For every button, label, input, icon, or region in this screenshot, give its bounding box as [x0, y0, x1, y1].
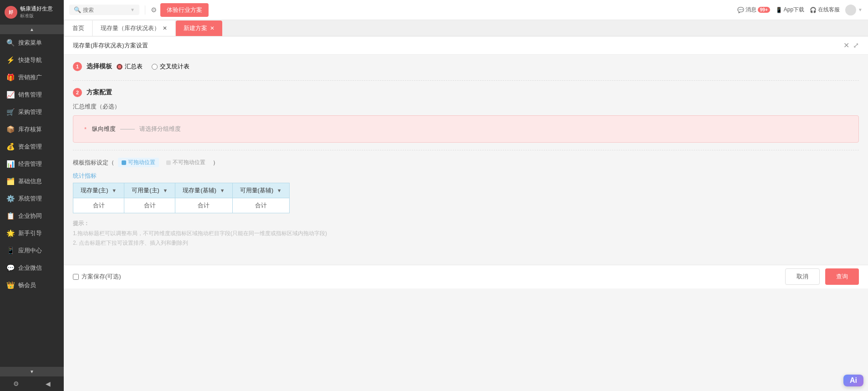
- movable-icon: [122, 160, 126, 165]
- marketing-icon: 🎁: [6, 73, 15, 82]
- indicator-label: 模板指标设定（ 可拖动位置 不可拖动位置 ）: [73, 158, 859, 167]
- system-icon: ⚙️: [6, 195, 15, 203]
- step2-section: 2 方案配置 汇总维度（必选） * 纵向维度 —— 请选择分组维度 模板指标设定…: [73, 88, 859, 248]
- table-col-1-header[interactable]: 现存量(主) ▼: [73, 183, 124, 198]
- quick-nav-icon: ⚡: [6, 56, 15, 64]
- topbar-gear-btn[interactable]: ⚙: [151, 6, 157, 14]
- table-col-2-header[interactable]: 可用量(主) ▼: [124, 183, 175, 198]
- user-name: ▼: [858, 7, 863, 12]
- topbar-msg[interactable]: 💬 消息 99+: [737, 6, 770, 14]
- user-avatar: [845, 5, 856, 15]
- sidebar-bottom: ⚙ ◀: [0, 376, 64, 391]
- sidebar-item-inventory[interactable]: 📦 库存核算: [0, 121, 64, 138]
- ai-badge[interactable]: Ai: [843, 375, 863, 386]
- tab-inventory[interactable]: 现存量（库存状况表） ✕: [93, 21, 175, 36]
- sidebar-item-quick-nav[interactable]: ⚡ 快捷导航: [0, 51, 64, 69]
- query-button[interactable]: 查询: [825, 268, 859, 285]
- radio-cross[interactable]: 交叉统计表: [152, 62, 189, 71]
- radio-cross-input[interactable]: [152, 64, 158, 70]
- topbar-app[interactable]: 📱 App下载: [776, 6, 804, 14]
- sidebar-item-label: 库存核算: [18, 125, 42, 134]
- sidebar-item-label: 新手引导: [18, 229, 42, 237]
- col2-dropdown[interactable]: ▼: [163, 188, 168, 193]
- sidebar-item-label: 基础信息: [18, 177, 42, 185]
- tab-inventory-close[interactable]: ✕: [163, 25, 167, 31]
- sidebar-item-marketing[interactable]: 🎁 营销推广: [0, 69, 64, 86]
- sidebar-nav: 🔍 搜索菜单 ⚡ 快捷导航 🎁 营销推广 📈 销售管理 🛒 采购管理 📦 库存核…: [0, 34, 64, 367]
- table-col-4-header[interactable]: 可用量(基辅) ▼: [232, 183, 289, 198]
- sidebar-item-purchase[interactable]: 🛒 采购管理: [0, 103, 64, 121]
- sidebar-item-vip[interactable]: 👑 畅会员: [0, 277, 64, 294]
- col3-label: 现存量(基辅): [183, 187, 216, 194]
- indicator-settings-label-text: 模板指标设定（: [73, 159, 114, 167]
- movable-label: 可拖动位置: [128, 159, 155, 166]
- industry-btn[interactable]: 体验行业方案: [160, 3, 209, 17]
- page-expand-btn[interactable]: ⤢: [853, 41, 859, 50]
- save-checkbox[interactable]: 方案保存(可选): [73, 273, 121, 281]
- newbie-icon: 🌟: [6, 229, 15, 237]
- col3-dropdown[interactable]: ▼: [220, 188, 225, 193]
- tab-home[interactable]: 首页: [65, 21, 92, 36]
- sidebar-item-label: 搜索菜单: [18, 39, 42, 47]
- dropdown-icon: ▼: [130, 7, 135, 12]
- sidebar-item-label: 系统管理: [18, 195, 42, 203]
- section-divider-2: [73, 150, 859, 150]
- col1-dropdown[interactable]: ▼: [112, 188, 117, 193]
- search-icon: 🔍: [6, 39, 15, 47]
- radio-cross-label: 交叉统计表: [160, 62, 189, 71]
- sidebar-collapse-btn[interactable]: ◀: [46, 380, 51, 387]
- content: 现存量(库存状况表)方案设置 ✕ ⤢ 1 选择模板 汇总表: [64, 36, 868, 391]
- tab-new-plan-label: 新建方案: [184, 24, 207, 32]
- sidebar-item-label: 应用中心: [18, 247, 42, 255]
- sidebar-item-finance[interactable]: 💰 资金管理: [0, 138, 64, 155]
- search-input[interactable]: [83, 7, 128, 13]
- sidebar-scroll-down[interactable]: ▼: [0, 367, 64, 376]
- sidebar-item-newbie[interactable]: 🌟 新手引导: [0, 225, 64, 242]
- fixed-icon: [166, 160, 171, 165]
- tab-inventory-label: 现存量（库存状况表）: [101, 24, 160, 32]
- topbar-user[interactable]: ▼: [845, 5, 863, 15]
- tabs-bar: 首页 现存量（库存状况表） ✕ 新建方案 ✕: [64, 20, 868, 36]
- page-close-btn[interactable]: ✕: [843, 41, 849, 50]
- table-row: 合计 合计 合计 合计: [73, 198, 290, 213]
- dim-box[interactable]: * 纵向维度 —— 请选择分组维度: [73, 115, 859, 143]
- tips: 提示： 1.拖动标题栏可以调整布局，不可跨维度或指标区域拖动栏目字段(只能在同一…: [73, 219, 859, 248]
- tab-new-plan[interactable]: 新建方案 ✕: [176, 21, 222, 36]
- inventory-icon: 📦: [6, 125, 15, 134]
- template-radio-group: 汇总表 交叉统计表: [117, 62, 189, 71]
- topbar-service[interactable]: 🎧 在线客服: [810, 6, 840, 14]
- operations-icon: 📊: [6, 160, 15, 168]
- indicator-settings-suffix: ）: [213, 159, 219, 167]
- stats-table: 现存量(主) ▼ 可用量(主) ▼ 现存量(基辅) ▼: [73, 183, 290, 213]
- sidebar-item-sales[interactable]: 📈 销售管理: [0, 86, 64, 103]
- sidebar-item-basic[interactable]: 🗂️ 基础信息: [0, 173, 64, 190]
- step1-title: 选择模板: [87, 62, 112, 71]
- col4-dropdown[interactable]: ▼: [277, 188, 282, 193]
- table-col-3-header[interactable]: 现存量(基辅) ▼: [175, 183, 232, 198]
- tab-new-plan-close[interactable]: ✕: [210, 25, 214, 31]
- topbar: 🔍 ▼ ⚙ 体验行业方案 💬 消息 99+ 📱 App下载 🎧 在线客服: [64, 0, 868, 20]
- sidebar-item-system[interactable]: ⚙️ 系统管理: [0, 190, 64, 207]
- stats-section: 统计指标 现存量(主) ▼ 可用量(主) ▼: [73, 172, 859, 213]
- radio-summary-label: 汇总表: [125, 62, 143, 71]
- sidebar-item-apps[interactable]: 📱 应用中心: [0, 242, 64, 259]
- sidebar-item-corp[interactable]: 📋 企业协同: [0, 207, 64, 225]
- sidebar-settings-btn[interactable]: ⚙: [13, 380, 19, 387]
- topbar-right: 💬 消息 99+ 📱 App下载 🎧 在线客服 ▼: [737, 5, 863, 15]
- step1-header: 1 选择模板 汇总表 交叉统计表: [73, 62, 859, 71]
- sidebar-item-search[interactable]: 🔍 搜索菜单: [0, 34, 64, 51]
- sidebar-item-label: 销售管理: [18, 91, 42, 99]
- save-label: 方案保存(可选): [82, 273, 121, 281]
- sidebar-item-operations[interactable]: 📊 经营管理: [0, 155, 64, 173]
- sidebar-scroll-up[interactable]: ▲: [0, 25, 64, 34]
- save-checkbox-input[interactable]: [73, 274, 79, 280]
- radio-summary[interactable]: 汇总表: [117, 62, 143, 71]
- step2-number: 2: [73, 88, 82, 97]
- step1-section: 1 选择模板 汇总表 交叉统计表: [73, 62, 859, 71]
- sidebar-item-label: 企业微信: [18, 264, 42, 272]
- msg-label: 消息: [745, 6, 756, 14]
- cancel-button[interactable]: 取消: [785, 268, 820, 285]
- col1-cell: 合计: [73, 198, 124, 213]
- radio-summary-input[interactable]: [117, 64, 123, 70]
- sidebar-item-wechat[interactable]: 💬 企业微信: [0, 259, 64, 277]
